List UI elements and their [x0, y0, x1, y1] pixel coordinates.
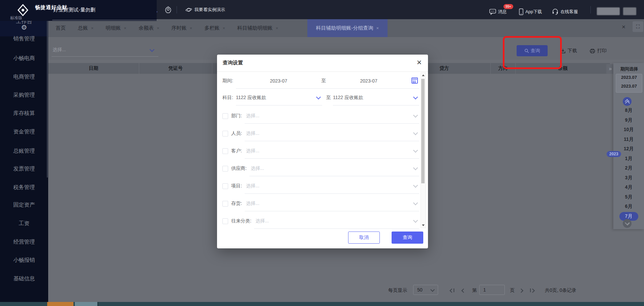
per-page-select[interactable]: 50	[413, 285, 438, 295]
month-item[interactable]: 10月	[613, 125, 644, 135]
tab-journal[interactable]: 序时账×	[172, 19, 192, 37]
dialog-close-icon[interactable]: ✕	[417, 59, 422, 66]
department-select[interactable]: 选择...	[245, 109, 419, 124]
sidebar-item-inventory[interactable]: 库存核算	[0, 110, 48, 117]
demo-link[interactable]: 我要看实例演示	[185, 7, 225, 13]
fullscreen-icon[interactable]: ⛶	[633, 21, 643, 32]
personnel-checkbox[interactable]	[222, 131, 228, 136]
project-select[interactable]: 选择...	[245, 179, 419, 194]
tab-close-icon[interactable]: ×	[222, 26, 225, 31]
col-date[interactable]: 日期	[48, 63, 139, 74]
filter-row-inventory: 存货: 选择...	[217, 195, 419, 212]
supplier-checkbox[interactable]	[222, 166, 228, 172]
contact-category-select[interactable]: 选择...	[254, 214, 419, 229]
tab-close-icon[interactable]: ×	[190, 26, 192, 31]
sidebar-item-invoice[interactable]: 发票管理	[0, 165, 48, 173]
tab-close-icon[interactable]: ×	[157, 26, 159, 31]
last-page-button[interactable]	[530, 287, 534, 294]
scroll-up-icon[interactable]	[422, 74, 425, 76]
contact-category-checkbox[interactable]	[222, 218, 228, 224]
user-name-redacted[interactable]	[597, 7, 620, 15]
user-avatar-redacted[interactable]	[623, 7, 636, 15]
sidebar-item-xc-ecommerce[interactable]: 小畅电商	[0, 55, 48, 62]
sidebar-item-xc-expense[interactable]: 小畅报销	[0, 257, 48, 264]
print-button[interactable]: 打印	[590, 48, 607, 54]
period-field[interactable]: 2023-07 至 2023-07	[236, 73, 419, 89]
period-range-box[interactable]: 2023.07 - 2023.07	[616, 74, 642, 93]
tab-aux-detail[interactable]: 科目辅助明细账×	[237, 19, 278, 37]
month-item[interactable]: 6月	[613, 202, 644, 212]
personnel-select[interactable]: 选择...	[245, 126, 419, 141]
sidebar-item-purchase[interactable]: 采购管理	[0, 92, 48, 99]
department-checkbox[interactable]	[222, 113, 228, 119]
filter-select[interactable]: 选择...	[52, 45, 158, 57]
sidebar-item-ecommerce[interactable]: 电商管理	[0, 73, 48, 81]
sidebar-item-tax[interactable]: 税务管理	[0, 184, 48, 191]
tab-close-icon[interactable]: ×	[91, 26, 94, 31]
confirm-query-button[interactable]: 查询	[392, 232, 423, 244]
subject-to-value: 1122 应收账款	[333, 95, 363, 101]
dialog-scrollbar[interactable]	[421, 72, 426, 228]
project-checkbox[interactable]	[222, 183, 228, 189]
calendar-icon[interactable]	[411, 78, 418, 84]
period-from-value[interactable]: 2023-07	[236, 78, 321, 84]
support-button[interactable]: 在线客服	[552, 8, 578, 15]
month-item[interactable]: 11月	[613, 135, 644, 145]
subject-to-select[interactable]: 1122 应收账款	[333, 90, 419, 105]
first-page-button[interactable]	[450, 287, 454, 294]
settings-gear-icon[interactable]	[164, 6, 172, 14]
sidebar-item-payroll[interactable]: 工资	[0, 220, 48, 227]
next-page-button[interactable]	[520, 287, 523, 294]
tab-close-icon[interactable]: ×	[376, 26, 379, 31]
inventory-select[interactable]: 选择...	[245, 196, 419, 211]
sidebar-item-fixed-assets[interactable]: 固定资产	[0, 202, 48, 209]
scroll-months-up-button[interactable]	[623, 97, 632, 106]
month-item[interactable]: 5月	[613, 192, 644, 202]
scroll-down-icon[interactable]	[422, 224, 425, 226]
chevron-down-icon	[413, 218, 418, 222]
messages-button[interactable]: 消息	[489, 9, 507, 15]
inventory-checkbox[interactable]	[222, 201, 228, 207]
customer-select[interactable]: 选择...	[245, 144, 419, 159]
message-icon	[489, 9, 496, 15]
prev-page-button[interactable]	[462, 287, 465, 294]
tab-general-ledger[interactable]: 总账×	[78, 19, 94, 37]
scroll-months-down-button[interactable]	[623, 219, 632, 228]
account-selector[interactable]: 好业财测试-量勿删	[53, 7, 95, 13]
sidebar-item-basic-info[interactable]: 基础信息	[0, 275, 48, 282]
sidebar-item-funds[interactable]: 资金管理	[0, 128, 48, 135]
sidebar-scrollbar[interactable]	[47, 19, 48, 178]
sidebar-item-operations[interactable]: 经营管理	[0, 239, 48, 246]
month-item[interactable]: 9月	[613, 116, 644, 125]
taskbar-orange-segment	[47, 302, 73, 306]
close-all-tabs-icon[interactable]: ×	[622, 23, 625, 31]
scrollbar-thumb[interactable]	[421, 79, 425, 183]
month-item[interactable]: 2月	[613, 163, 644, 173]
month-item[interactable]: 3月	[613, 173, 644, 183]
sidebar-item-partial[interactable]: 工作台	[0, 21, 48, 25]
customer-checkbox[interactable]	[222, 148, 228, 154]
cancel-button[interactable]: 取消	[348, 232, 380, 244]
tab-detail-ledger[interactable]: 明细账×	[106, 19, 127, 37]
subject-from-select[interactable]: 1122 应收账款	[236, 90, 322, 105]
sidebar-item-sales[interactable]: 销售管理	[0, 35, 48, 42]
tab-balance-sheet[interactable]: 余额表×	[139, 19, 159, 37]
tab-close-icon[interactable]: ×	[124, 26, 127, 31]
supplier-select[interactable]: 选择...	[249, 161, 419, 176]
app-download-label: App下载	[525, 9, 542, 15]
tab-multi-column[interactable]: 多栏账×	[204, 19, 225, 37]
period-to-value[interactable]: 2023-07	[326, 78, 411, 84]
tab-close-icon[interactable]: ×	[276, 26, 278, 31]
month-item[interactable]: 4月	[613, 183, 644, 192]
download-button[interactable]: 下载	[560, 48, 577, 54]
sidebar-item-ledger[interactable]: 总账管理	[0, 148, 48, 155]
page-input[interactable]: 1	[479, 285, 505, 295]
col-voucher[interactable]: 凭证号	[139, 63, 212, 74]
filter-row-personnel: 人员: 选择...	[217, 125, 419, 142]
filter-placeholder: 选择...	[53, 47, 66, 53]
app-download-button[interactable]: App下载	[519, 8, 542, 15]
tab-aux-detail-group-active[interactable]: 科目辅助明细账-分组查询×	[307, 19, 388, 37]
month-item[interactable]: 8月	[613, 106, 644, 116]
query-settings-dialog: 查询设置 ✕ 期间: 2023-07 至 2023-07 科目: 1122 应收…	[217, 55, 428, 248]
tab-home[interactable]: 首页	[56, 19, 66, 37]
